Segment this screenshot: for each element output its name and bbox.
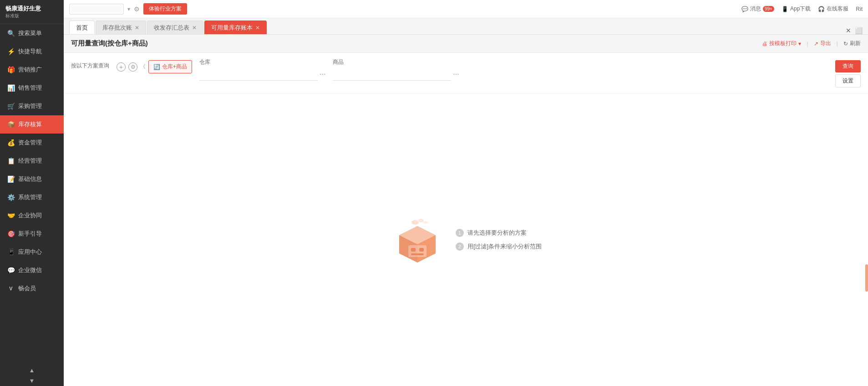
scheme-item-warehouse-goods[interactable]: 🔄 仓库+商品 bbox=[148, 60, 192, 73]
sidebar-label-purchase: 采购管理 bbox=[18, 102, 42, 110]
export-button[interactable]: ↗ 导出 bbox=[814, 40, 831, 47]
empty-svg-icon bbox=[390, 212, 445, 267]
enterprise-icon: 🤝 bbox=[7, 212, 15, 219]
message-badge: 99+ bbox=[763, 6, 774, 12]
warehouse-label: 仓库 bbox=[199, 58, 325, 66]
tip-num-1: 1 bbox=[456, 229, 464, 237]
sidebar-item-member[interactable]: V 畅会员 bbox=[0, 279, 64, 298]
content-area: 可用量查询(按仓库+商品) 🖨 按模板打印 ▾ | ↗ 导出 | ↻ 刷新 bbox=[64, 35, 868, 386]
tab-maximize-button[interactable]: ⬜ bbox=[855, 27, 863, 34]
tab-home-label: 首页 bbox=[76, 24, 88, 32]
settings-icon[interactable]: ⚙ bbox=[134, 5, 140, 13]
sidebar-item-wechat[interactable]: 💬 企业微信 bbox=[0, 261, 64, 279]
page-title: 可用量查询(按仓库+商品) bbox=[71, 39, 148, 48]
wechat-icon: 💬 bbox=[7, 267, 15, 274]
tab-available-close-icon[interactable]: ✕ bbox=[255, 25, 260, 31]
tab-summary[interactable]: 收发存汇总表 ✕ bbox=[147, 21, 203, 34]
sidebar-item-basic[interactable]: 📝 基础信息 bbox=[0, 170, 64, 188]
tab-summary-label: 收发存汇总表 bbox=[154, 24, 189, 32]
tab-bar: 首页 库存批次账 ✕ 收发存汇总表 ✕ 可用量库存账本 ✕ ✕ ⬜ bbox=[64, 18, 868, 35]
scheme-add-button[interactable]: + bbox=[117, 62, 126, 72]
goods-input-group: ··· bbox=[333, 68, 459, 81]
scheme-settings-button[interactable]: ⚙ bbox=[128, 62, 137, 72]
warehouse-input-group: ··· bbox=[199, 68, 325, 81]
sidebar-label-newbie: 新手引导 bbox=[18, 230, 42, 238]
tab-close-window-button[interactable]: ✕ bbox=[846, 27, 851, 34]
sidebar-item-search[interactable]: 🔍 搜索菜单 bbox=[0, 24, 64, 42]
print-icon: 🖨 bbox=[762, 41, 767, 47]
filter-fields: 仓库 ··· 商品 ··· bbox=[199, 58, 828, 81]
goods-input[interactable] bbox=[333, 68, 451, 81]
message-button[interactable]: 💬 消息 99+ bbox=[741, 5, 774, 13]
empty-tip-1: 1 请先选择要分析的方案 bbox=[456, 229, 542, 237]
goods-more-icon[interactable]: ··· bbox=[453, 70, 459, 78]
tab-batch-close-icon[interactable]: ✕ bbox=[135, 25, 139, 31]
sales-icon: 📊 bbox=[7, 84, 15, 92]
query-button[interactable]: 查询 bbox=[835, 60, 861, 72]
sidebar-label-search: 搜索菜单 bbox=[18, 29, 42, 37]
logo-title: 畅康通好生意 bbox=[5, 5, 58, 13]
sidebar-label-apps: 应用中心 bbox=[18, 248, 42, 256]
warehouse-more-icon[interactable]: ··· bbox=[320, 70, 325, 78]
tab-home[interactable]: 首页 bbox=[69, 21, 95, 34]
finance-icon: 💰 bbox=[7, 139, 15, 146]
divider2: | bbox=[837, 40, 838, 47]
filter-label: 按以下方案查询 bbox=[71, 62, 109, 70]
divider1: | bbox=[807, 40, 808, 47]
refresh-button[interactable]: ↻ 刷新 bbox=[843, 40, 861, 47]
topbar-right: 💬 消息 99+ 📱 App下载 🎧 在线客服 Rit bbox=[741, 5, 863, 13]
tip-text-2: 用[过滤]条件来缩小分析范围 bbox=[467, 242, 542, 251]
filter-settings-button[interactable]: 设置 bbox=[835, 74, 861, 87]
tabs-right-controls: ✕ ⬜ bbox=[846, 27, 863, 34]
sidebar-item-sales[interactable]: 📊 销售管理 bbox=[0, 79, 64, 97]
print-template-button[interactable]: 🖨 按模板打印 ▾ bbox=[762, 40, 801, 47]
apps-icon: 📱 bbox=[7, 248, 15, 256]
sidebar-item-finance[interactable]: 💰 资金管理 bbox=[0, 134, 64, 152]
filter-row: 按以下方案查询 + ⚙ 《 🔄 仓库+商品 仓库 ··· bbox=[71, 58, 861, 87]
sidebar-item-purchase[interactable]: 🛒 采购管理 bbox=[0, 97, 64, 115]
marketing-icon: 🎁 bbox=[7, 66, 15, 73]
trial-button[interactable]: 体验行业方案 bbox=[143, 3, 187, 15]
tab-available[interactable]: 可用量库存账本 ✕ bbox=[204, 21, 267, 34]
svg-rect-7 bbox=[411, 253, 424, 255]
print-label: 按模板打印 bbox=[769, 40, 797, 47]
app-download-label: App下载 bbox=[790, 5, 811, 13]
refresh-label: 刷新 bbox=[850, 40, 861, 47]
sidebar-item-inventory[interactable]: 📦 库存核算 bbox=[0, 115, 64, 134]
print-chevron-icon: ▾ bbox=[798, 41, 801, 47]
sidebar-label-inventory: 库存核算 bbox=[18, 120, 42, 129]
topbar: ▾ ⚙ 体验行业方案 💬 消息 99+ 📱 App下载 🎧 在线客服 Rit bbox=[64, 0, 868, 18]
sidebar-label-basic: 基础信息 bbox=[18, 175, 42, 183]
online-service-button[interactable]: 🎧 在线客服 bbox=[818, 5, 848, 13]
sidebar-item-operation[interactable]: 📋 经营管理 bbox=[0, 152, 64, 170]
dropdown-chevron-icon[interactable]: ▾ bbox=[127, 6, 130, 12]
refresh-icon: ↻ bbox=[843, 41, 848, 47]
svg-point-8 bbox=[411, 220, 419, 225]
sidebar-item-enterprise[interactable]: 🤝 企业协同 bbox=[0, 206, 64, 225]
app-download-button[interactable]: 📱 App下载 bbox=[782, 5, 811, 13]
sidebar-item-system[interactable]: ⚙️ 系统管理 bbox=[0, 188, 64, 206]
warehouse-input[interactable] bbox=[199, 68, 318, 81]
shortcut-icon: ⚡ bbox=[7, 48, 15, 55]
search-input[interactable] bbox=[69, 4, 124, 15]
message-label: 消息 bbox=[750, 5, 761, 13]
sidebar-item-newbie[interactable]: 🎯 新手引导 bbox=[0, 225, 64, 243]
tab-summary-close-icon[interactable]: ✕ bbox=[192, 25, 197, 31]
right-scrollbar[interactable] bbox=[865, 264, 868, 292]
tab-available-label: 可用量库存账本 bbox=[211, 24, 253, 32]
scheme-item-icon: 🔄 bbox=[153, 64, 160, 70]
scheme-item-label: 仓库+商品 bbox=[162, 63, 187, 71]
sidebar-item-apps[interactable]: 📱 应用中心 bbox=[0, 243, 64, 261]
export-icon: ↗ bbox=[814, 41, 818, 47]
user-profile[interactable]: Rit bbox=[856, 6, 863, 12]
sidebar-item-shortcut[interactable]: ⚡ 快捷导航 bbox=[0, 42, 64, 61]
tab-batch[interactable]: 库存批次账 ✕ bbox=[96, 21, 146, 34]
svg-point-10 bbox=[423, 221, 428, 224]
sidebar-label-sales: 销售管理 bbox=[18, 84, 42, 92]
sidebar-item-marketing[interactable]: 🎁 营销推广 bbox=[0, 61, 64, 79]
logo-sub: 标准版 bbox=[5, 13, 58, 19]
sidebar-scroll-up[interactable]: ▲ bbox=[0, 365, 64, 376]
sidebar-scroll-down[interactable]: ▼ bbox=[0, 376, 64, 386]
scheme-collapse-icon[interactable]: 《 bbox=[140, 63, 146, 71]
user-name: Rit bbox=[856, 6, 863, 12]
